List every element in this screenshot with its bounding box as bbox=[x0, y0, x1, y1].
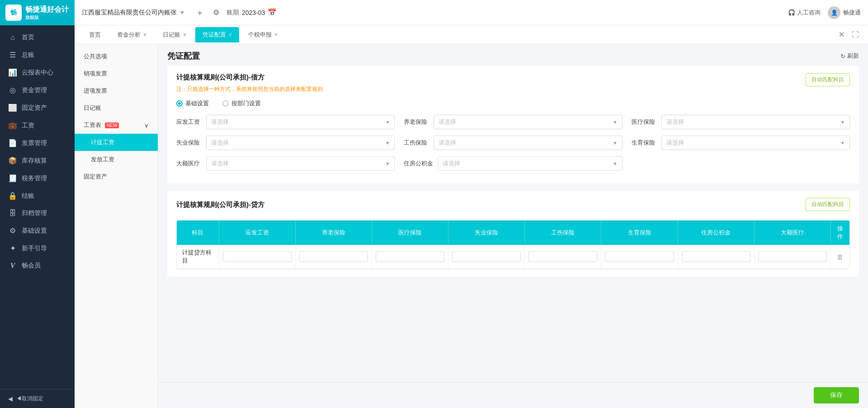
sidebar-item-assets[interactable]: ⬜ 固定资产 bbox=[0, 99, 75, 117]
user-menu[interactable]: 👤 畅捷通 bbox=[828, 6, 861, 19]
save-button[interactable]: 保存 bbox=[814, 387, 859, 403]
chevron-down-icon: ▼ bbox=[613, 161, 618, 166]
col-shengyu: 生育保险 bbox=[601, 220, 678, 245]
cell-yiliao[interactable] bbox=[372, 245, 448, 269]
input-shiye[interactable] bbox=[452, 251, 521, 262]
sidebar-item-basic[interactable]: ⚙ 基础设置 bbox=[0, 222, 75, 239]
close-accounts-icon: 🔒 bbox=[8, 192, 17, 200]
col-action: 操作 bbox=[830, 220, 849, 245]
credit-section-title: 计提核算规则(公司承担)-贷方 bbox=[176, 201, 264, 209]
tab-close-tax[interactable]: × bbox=[274, 32, 278, 38]
left-panel-salary-table[interactable]: 工资表 NEW ∨ bbox=[75, 117, 158, 134]
service-btn[interactable]: 🎧 人工咨询 bbox=[788, 9, 821, 17]
sidebar-item-home[interactable]: ⌂ 首页 bbox=[0, 29, 75, 46]
cell-shiye[interactable] bbox=[448, 245, 525, 269]
sidebar-item-reports[interactable]: 📊 云报表中心 bbox=[0, 64, 75, 81]
cell-gongshang[interactable] bbox=[525, 245, 601, 269]
sidebar-item-member[interactable]: V 畅会员 bbox=[0, 257, 75, 274]
radio-dept[interactable]: 按部门设置 bbox=[222, 99, 261, 108]
credit-table: 科目 应发工资 养老保险 医疗保险 失业保险 工伤保险 生育保险 住房公积金 大… bbox=[177, 220, 849, 269]
left-panel-sales[interactable]: 销项发票 bbox=[75, 65, 158, 82]
cell-yanglao[interactable] bbox=[295, 245, 372, 269]
close-all-tabs-btn[interactable]: ✕ bbox=[837, 28, 846, 41]
input-yanglao[interactable] bbox=[299, 251, 368, 262]
field-yiliao: 医疗保险 请选择 ▼ bbox=[632, 115, 850, 129]
sidebar-item-inventory[interactable]: 📦 库存核算 bbox=[0, 152, 75, 169]
col-yiliao: 医疗保险 bbox=[372, 220, 448, 245]
sidebar-item-archive[interactable]: 🗄 归档管理 bbox=[0, 205, 75, 222]
left-panel-accrue[interactable]: 计提工资 bbox=[75, 134, 158, 151]
sidebar: 畅 畅捷通好会计 旗舰版 ⌂ 首页 ☰ 总账 📊 云报表中心 ◎ 资金管理 ⬜ … bbox=[0, 0, 75, 408]
select-daeyiliao[interactable]: 请选择 ▼ bbox=[206, 156, 395, 171]
settings-button[interactable]: ⚙ bbox=[211, 6, 221, 19]
sidebar-item-invoice[interactable]: 📄 发票管理 bbox=[0, 134, 75, 152]
cell-daeyiliao[interactable] bbox=[754, 245, 830, 269]
guide-icon: ✦ bbox=[8, 244, 17, 253]
input-daeyiliao[interactable] bbox=[758, 251, 827, 262]
tab-funds[interactable]: 资金分析 × bbox=[110, 27, 154, 42]
expand-tabs-btn[interactable]: ⛶ bbox=[850, 28, 861, 41]
select-yiliao[interactable]: 请选择 ▼ bbox=[661, 115, 850, 129]
sidebar-item-close[interactable]: 🔒 结账 bbox=[0, 187, 75, 205]
logo-text: 畅捷通好会计 旗舰版 bbox=[25, 5, 69, 21]
select-yanglao[interactable]: 请选择 ▼ bbox=[434, 115, 622, 129]
cell-shengyu[interactable] bbox=[601, 245, 678, 269]
left-panel-fixed-assets[interactable]: 固定资产 bbox=[75, 168, 158, 185]
funds-icon: ◎ bbox=[8, 86, 17, 94]
select-zhufang[interactable]: 请选择 ▼ bbox=[438, 156, 622, 171]
cell-subject-label: 计提贷方科目 bbox=[177, 245, 219, 269]
tab-close-voucher[interactable]: × bbox=[229, 32, 232, 38]
content-area: 公共选项 销项发票 进项发票 日记账 工资表 NEW ∨ 计提工资 bbox=[75, 44, 868, 408]
input-shengyu[interactable] bbox=[605, 251, 674, 262]
sidebar-item-funds[interactable]: ◎ 资金管理 bbox=[0, 81, 75, 99]
select-yingfa[interactable]: 请选择 ▼ bbox=[206, 115, 395, 129]
left-panel-purchase[interactable]: 进项发票 bbox=[75, 82, 158, 99]
credit-auto-match-btn[interactable]: 自动匹配科目 bbox=[806, 198, 850, 211]
tab-home[interactable]: 首页 bbox=[82, 27, 108, 42]
tab-tax[interactable]: 个税申报 × bbox=[241, 27, 285, 42]
debit-auto-match-btn[interactable]: 自动匹配科目 bbox=[806, 73, 850, 86]
reports-icon: 📊 bbox=[8, 68, 17, 77]
field-yingfa: 应发工资 请选择 ▼ bbox=[176, 115, 395, 129]
left-panel-public[interactable]: 公共选项 bbox=[75, 48, 158, 65]
sidebar-item-guide[interactable]: ✦ 新手引导 bbox=[0, 239, 75, 257]
select-shiye[interactable]: 请选择 ▼ bbox=[206, 136, 395, 150]
period-value: 2023-03 bbox=[242, 9, 265, 16]
headset-icon: 🎧 bbox=[788, 9, 795, 16]
input-zhufang[interactable] bbox=[682, 251, 750, 262]
cell-zhufang[interactable] bbox=[678, 245, 754, 269]
sidebar-item-tax[interactable]: 🧾 税务管理 bbox=[0, 169, 75, 187]
tab-close-funds[interactable]: × bbox=[143, 32, 146, 38]
input-yingfa[interactable] bbox=[223, 251, 292, 262]
sidebar-item-ledger[interactable]: ☰ 总账 bbox=[0, 46, 75, 64]
col-gongshang: 工伤保险 bbox=[525, 220, 601, 245]
tab-voucher[interactable]: 凭证配置 × bbox=[195, 27, 239, 42]
home-icon: ⌂ bbox=[8, 33, 17, 42]
period-selector[interactable]: 账期 2023-03 📅 bbox=[226, 8, 277, 17]
input-yiliao[interactable] bbox=[376, 251, 444, 262]
credit-section-header: 计提核算规则(公司承担)-贷方 自动匹配科目 bbox=[176, 198, 850, 216]
radio-basic[interactable]: 基础设置 bbox=[176, 99, 209, 108]
refresh-icon: ↻ bbox=[840, 53, 845, 60]
col-yingfa: 应发工资 bbox=[219, 220, 295, 245]
left-panel-pay[interactable]: 发放工资 bbox=[75, 151, 158, 168]
add-button[interactable]: ＋ bbox=[194, 5, 206, 20]
select-gongshang[interactable]: 请选择 ▼ bbox=[434, 136, 622, 150]
sidebar-logo: 畅 畅捷通好会计 旗舰版 bbox=[0, 0, 75, 25]
tab-close-journal[interactable]: × bbox=[183, 32, 186, 38]
cell-action[interactable]: 🗑 bbox=[830, 245, 849, 269]
delete-row-btn[interactable]: 🗑 bbox=[837, 253, 844, 261]
company-name: 江西服宝精品有限责任公司内账张 bbox=[82, 9, 177, 17]
archive-icon: 🗄 bbox=[8, 209, 17, 217]
sidebar-item-salary[interactable]: 💼 工资 bbox=[0, 117, 75, 134]
select-shengyu[interactable]: 请选择 ▼ bbox=[661, 136, 850, 150]
refresh-button[interactable]: ↻ 刷新 bbox=[840, 52, 859, 60]
cell-yingfa[interactable] bbox=[219, 245, 295, 269]
cancel-fixed-btn[interactable]: ◀ ◀取消固定 bbox=[0, 389, 75, 408]
tab-journal[interactable]: 日记账 × bbox=[156, 27, 193, 42]
company-selector[interactable]: 江西服宝精品有限责任公司内账张 ▼ bbox=[82, 9, 185, 17]
left-panel-journal[interactable]: 日记账 bbox=[75, 99, 158, 117]
input-gongshang[interactable] bbox=[528, 251, 597, 262]
chevron-down-icon: ▼ bbox=[840, 120, 845, 125]
col-yanglao: 养老保险 bbox=[295, 220, 372, 245]
